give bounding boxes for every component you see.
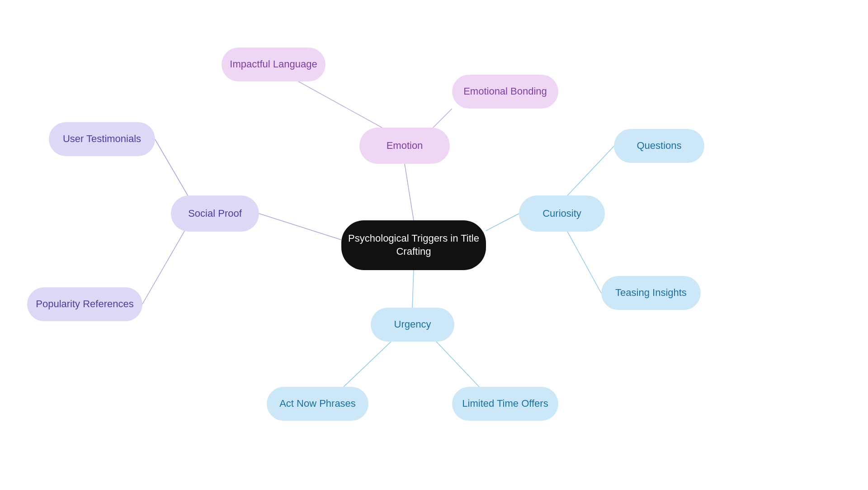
act-now-phrases-node: Act Now Phrases <box>267 387 368 421</box>
curiosity-label: Curiosity <box>542 207 581 220</box>
questions-label: Questions <box>637 139 681 152</box>
urgency-node: Urgency <box>371 308 454 342</box>
emotion-label: Emotion <box>387 139 423 152</box>
emotional-bonding-label: Emotional Bonding <box>463 85 547 98</box>
social-proof-label: Social Proof <box>188 207 242 220</box>
svg-line-0 <box>405 164 414 220</box>
emotion-node: Emotion <box>359 128 450 164</box>
svg-line-8 <box>562 222 601 293</box>
popularity-references-label: Popularity References <box>36 298 133 311</box>
curiosity-node: Curiosity <box>519 195 605 232</box>
center-node: Psychological Triggers in Title Crafting <box>341 220 486 270</box>
svg-line-7 <box>562 146 614 201</box>
act-now-phrases-label: Act Now Phrases <box>279 397 356 410</box>
popularity-references-node: Popularity References <box>27 287 142 321</box>
questions-node: Questions <box>614 129 704 163</box>
urgency-label: Urgency <box>394 318 431 331</box>
teasing-insights-node: Teasing Insights <box>601 276 701 310</box>
impactful-language-node: Impactful Language <box>222 48 326 81</box>
impactful-language-label: Impactful Language <box>230 58 317 71</box>
svg-line-10 <box>344 342 391 387</box>
teasing-insights-label: Teasing Insights <box>615 286 687 300</box>
svg-line-4 <box>155 139 190 199</box>
svg-line-3 <box>259 214 341 240</box>
svg-line-9 <box>412 270 414 308</box>
limited-time-offers-label: Limited Time Offers <box>462 397 548 410</box>
svg-line-11 <box>436 342 479 387</box>
social-proof-node: Social Proof <box>171 195 259 232</box>
svg-line-5 <box>142 222 190 304</box>
user-testimonials-node: User Testimonials <box>49 122 155 156</box>
limited-time-offers-node: Limited Time Offers <box>452 387 558 421</box>
svg-line-1 <box>298 81 382 128</box>
user-testimonials-label: User Testimonials <box>63 133 141 146</box>
svg-line-6 <box>486 214 519 231</box>
emotional-bonding-node: Emotional Bonding <box>452 75 558 109</box>
center-node-label: Psychological Triggers in Title Crafting <box>341 232 486 258</box>
